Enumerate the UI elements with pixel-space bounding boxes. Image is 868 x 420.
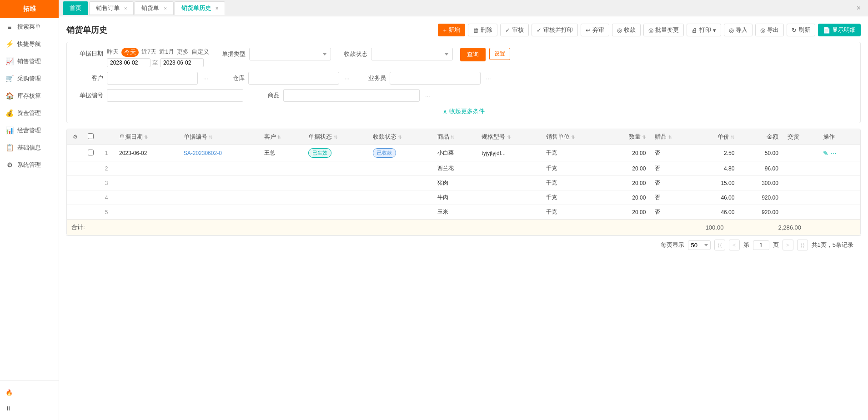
close-all-tabs-button[interactable]: × (853, 4, 864, 12)
goods-input[interactable] (283, 89, 420, 102)
column-customer[interactable]: 客户 ⇅ (260, 129, 304, 145)
column-action: 操作 (818, 129, 860, 145)
column-doc-status[interactable]: 单据状态 ⇅ (304, 129, 368, 145)
row-gear (67, 176, 83, 190)
row-spec (477, 190, 542, 205)
tab-sales-order[interactable]: 销售订单 × (89, 1, 134, 15)
row-spec (477, 205, 542, 220)
salesperson-input[interactable] (390, 72, 481, 85)
collapse-filter-button[interactable]: ∧ 收起更多条件 (74, 105, 853, 117)
date-from-input[interactable] (107, 58, 151, 67)
tab-home[interactable]: 首页 (63, 1, 88, 15)
refresh-button[interactable]: ↻ 刷新 (787, 24, 815, 36)
column-spec[interactable]: 规格型号 ⇅ (477, 129, 542, 145)
column-doc-no[interactable]: 单据编号 ⇅ (179, 129, 260, 145)
customer-more-icon[interactable]: ··· (203, 75, 208, 82)
export-button[interactable]: ◎ 导出 (755, 24, 784, 36)
import-button[interactable]: ◎ 导入 (724, 24, 753, 36)
tab-sales-history[interactable]: 销货单历史 × (175, 1, 225, 15)
settings-button[interactable]: 设置 (489, 48, 510, 60)
doc-no-input[interactable] (107, 89, 243, 102)
close-sales-goods-icon[interactable]: × (164, 5, 166, 11)
doc-type-select[interactable] (249, 48, 331, 60)
sidebar-item-search-menu[interactable]: ≡ 搜索菜单 (0, 18, 59, 35)
sidebar-item-label: 基础信息 (17, 144, 41, 152)
salesperson-more-icon[interactable]: ··· (486, 75, 491, 82)
shortcut-yesterday[interactable]: 昨天 (107, 48, 119, 57)
row-doc-status (304, 176, 368, 190)
shortcut-1month[interactable]: 近1月 (159, 48, 174, 57)
customer-input[interactable] (107, 72, 198, 85)
row-qty: 20.00 (606, 190, 651, 205)
column-payment-status[interactable]: 收款状态 ⇅ (368, 129, 433, 145)
sidebar-item-sys-mgmt[interactable]: ⚙ 系统管理 (0, 156, 59, 174)
doc-type-label: 单据类型 (216, 50, 246, 58)
column-gear[interactable]: ⚙ (67, 129, 83, 145)
purchase-mgmt-icon: 🛒 (5, 75, 14, 83)
warehouse-input[interactable] (248, 72, 339, 85)
collect-button[interactable]: ◎ 收款 (612, 24, 641, 36)
row-checkbox-cell (83, 145, 98, 161)
column-sales-unit[interactable]: 销售单位 ⇅ (542, 129, 606, 145)
column-gift[interactable]: 赠品 ⇅ (650, 129, 695, 145)
select-all-checkbox[interactable] (88, 133, 94, 139)
row-checkbox[interactable] (88, 150, 94, 155)
delete-button[interactable]: 🗑 删除 (468, 24, 497, 36)
sidebar-bottom-pause[interactable]: ⏸ (0, 400, 59, 416)
more-action-button[interactable]: ⋯ (830, 150, 837, 157)
column-goods[interactable]: 商品 ⇅ (433, 129, 477, 145)
audit-print-button[interactable]: ✓ 审核并打印 (532, 24, 578, 36)
audit-button[interactable]: ✓ 审核 (500, 24, 529, 36)
shortcut-7days[interactable]: 近7天 (141, 48, 156, 57)
column-doc-date[interactable]: 单据日期 ⇅ (115, 129, 179, 145)
tab-sales-goods[interactable]: 销货单 × (135, 1, 173, 15)
prev-page-button[interactable]: ＜ (729, 240, 740, 250)
sidebar-item-basic-info[interactable]: 📋 基础信息 (0, 139, 59, 156)
page-size-select[interactable]: 50 20 100 (688, 240, 711, 250)
first-page-button[interactable]: ⟨⟨ (714, 240, 725, 250)
abandon-button[interactable]: ↩ 弃审 (581, 24, 609, 36)
row-checkbox-cell (83, 161, 98, 176)
inventory-icon: 🏠 (5, 92, 14, 100)
query-button[interactable]: 查询 (460, 48, 486, 61)
row-trade (783, 145, 818, 161)
shortcut-custom[interactable]: 自定义 (191, 48, 209, 57)
goods-more-icon[interactable]: ··· (425, 92, 430, 99)
shortcut-today[interactable]: 今天 (121, 48, 139, 57)
close-sales-order-icon[interactable]: × (124, 5, 127, 11)
sidebar-item-operations[interactable]: 📊 经营管理 (0, 122, 59, 139)
row-amount: 300.00 (739, 176, 783, 190)
tab-sales-history-label: 销货单历史 (181, 4, 211, 12)
show-detail-button[interactable]: 📄 显示明细 (818, 24, 861, 36)
current-page-input[interactable] (753, 240, 769, 250)
sidebar-bottom-fire[interactable]: 🔥 (0, 385, 59, 400)
warehouse-more-icon[interactable]: ··· (345, 75, 350, 82)
sidebar-item-purchase-mgmt[interactable]: 🛒 采购管理 (0, 70, 59, 87)
row-num: 3 (98, 176, 115, 190)
sidebar-item-label: 采购管理 (17, 75, 41, 83)
date-to-input[interactable] (160, 58, 204, 67)
sidebar: 拓维 ≡ 搜索菜单 ⚡ 快捷导航 📈 销售管理 🛒 采购管理 🏠 库存核算 💰 … (0, 0, 59, 420)
last-page-button[interactable]: ⟩⟩ (797, 240, 808, 250)
sidebar-item-inventory[interactable]: 🏠 库存核算 (0, 87, 59, 105)
sort-arrows-spec: ⇅ (507, 135, 511, 140)
add-button[interactable]: + 新增 (438, 24, 465, 36)
edit-action-button[interactable]: ✎ (823, 150, 828, 157)
sidebar-item-sales-mgmt[interactable]: 📈 销售管理 (0, 53, 59, 70)
sidebar-item-quick-nav[interactable]: ⚡ 快捷导航 (0, 35, 59, 53)
sort-arrows-customer: ⇅ (277, 135, 281, 140)
close-sales-history-icon[interactable]: × (216, 5, 218, 11)
audit-print-icon: ✓ (537, 27, 542, 34)
export-icon: ◎ (760, 27, 765, 34)
row-goods: 猪肉 (433, 176, 477, 190)
row-doc-no (179, 190, 260, 205)
column-unit-price[interactable]: 单价 ⇅ (695, 129, 739, 145)
batch-change-button[interactable]: ◎ 批量变更 (643, 24, 684, 36)
payment-status-select[interactable] (371, 48, 453, 60)
next-page-button[interactable]: ＞ (783, 240, 793, 250)
sidebar-item-finance[interactable]: 💰 资金管理 (0, 105, 59, 122)
print-button[interactable]: 🖨 打印 ▾ (687, 24, 721, 36)
column-qty[interactable]: 数量 ⇅ (606, 129, 651, 145)
row-customer (260, 190, 304, 205)
shortcut-more[interactable]: 更多 (177, 48, 189, 57)
